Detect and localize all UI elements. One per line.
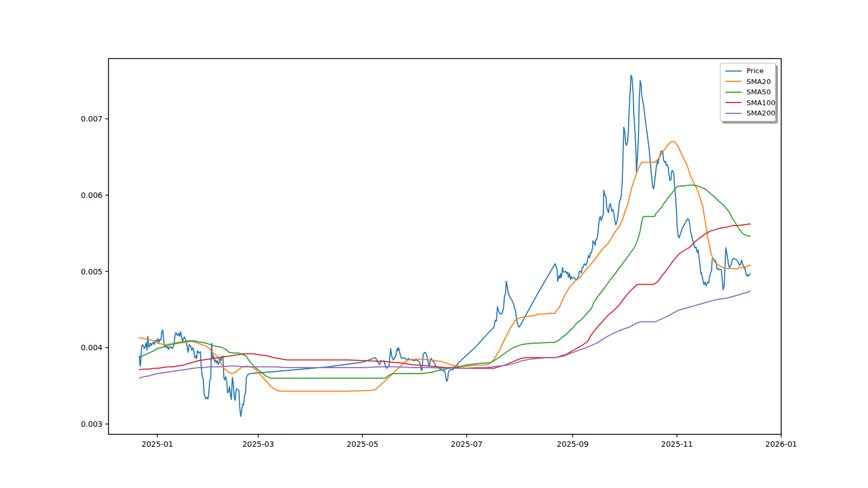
legend-line-sample-sma200 — [725, 113, 742, 114]
sma20-line — [139, 142, 750, 391]
legend-line-sample-sma20 — [725, 81, 742, 82]
y-tick-label-0.004: 0.004 — [81, 343, 103, 352]
legend-label-sma100: SMA100 — [746, 98, 775, 108]
x-tick-label-2025-01: 2025-01 — [142, 440, 174, 448]
plot-border — [108, 59, 781, 434]
y-tick-label-0.007: 0.007 — [81, 114, 103, 123]
x-tick-label-2025-03: 2025-03 — [242, 440, 275, 448]
x-tick-label-2025-07: 2025-07 — [451, 440, 483, 448]
legend-item-sma200: SMA200 — [725, 108, 772, 119]
legend-line-sample-price — [725, 70, 742, 72]
sma200-line — [139, 291, 750, 378]
legend-line-sample-sma100 — [725, 102, 742, 103]
legend-item-sma100: SMA100 — [725, 98, 772, 108]
legend: PriceSMA20SMA50SMA100SMA200 — [720, 63, 776, 121]
sma50-line — [139, 185, 750, 378]
y-tick-label-0.006: 0.006 — [81, 191, 103, 200]
legend-item-sma20: SMA20 — [725, 76, 772, 87]
legend-label-sma200: SMA200 — [746, 108, 775, 119]
legend-item-price: Price — [725, 66, 772, 76]
legend-label-price: Price — [746, 66, 764, 76]
x-tick-label-2025-05: 2025-05 — [347, 440, 379, 448]
legend-item-sma50: SMA50 — [725, 87, 772, 98]
price-line — [139, 75, 750, 416]
y-tick-label-0.005: 0.005 — [81, 267, 103, 276]
legend-line-sample-sma50 — [725, 92, 742, 93]
x-tick-label-2026-01: 2026-01 — [765, 440, 797, 448]
x-tick-label-2025-09: 2025-09 — [557, 440, 589, 448]
figure: 2025-012025-032025-052025-072025-092025-… — [0, 0, 868, 488]
y-tick-label-0.003: 0.003 — [81, 420, 103, 428]
legend-label-sma50: SMA50 — [746, 87, 771, 98]
x-tick-label-2025-11: 2025-11 — [661, 440, 693, 448]
sma100-line — [139, 224, 750, 370]
legend-label-sma20: SMA20 — [746, 76, 771, 87]
